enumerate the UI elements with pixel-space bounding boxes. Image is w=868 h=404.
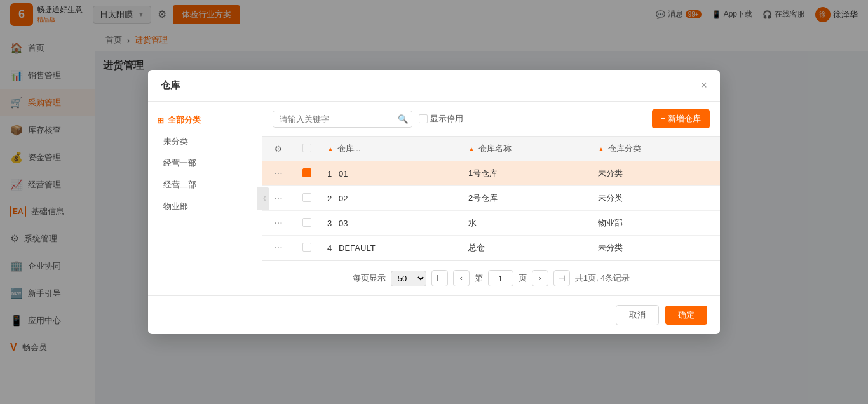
search-button[interactable]: 🔍 [393, 111, 412, 127]
warehouse-table: ⚙ ▲ 仓库... ▲ [262, 137, 720, 260]
row-code: 4 DEFAULT [320, 236, 461, 260]
row-checkbox-cell [294, 236, 320, 260]
row-more-icon[interactable]: ··· [274, 242, 282, 253]
show-disabled-toggle[interactable]: 显示停用 [419, 113, 463, 125]
modal-overlay: 仓库 × ⊞ 全部分类 未分类 经营一部 经营二部 物业部 《 [0, 0, 868, 404]
row-action: ··· [262, 211, 294, 236]
table-header: ⚙ ▲ 仓库... ▲ [262, 137, 720, 161]
row-checkbox[interactable] [302, 243, 311, 252]
row-checkbox-cell [294, 161, 320, 186]
th-settings: ⚙ [262, 137, 294, 161]
select-all-checkbox[interactable] [302, 144, 311, 152]
row-checkbox-cell [294, 211, 320, 236]
row-code: 2 02 [320, 186, 461, 211]
table-panel: 🔍 显示停用 + 新增仓库 ⚙ [262, 102, 720, 295]
first-page-button[interactable]: ⊢ [431, 270, 448, 286]
th-code: ▲ 仓库... [320, 137, 461, 161]
last-page-button[interactable]: ⊣ [553, 270, 570, 286]
page-size-select[interactable]: 50 10 20 100 [391, 271, 426, 286]
page-number-input[interactable] [488, 270, 513, 286]
category-item-ops1[interactable]: 经营一部 [148, 152, 262, 174]
show-disabled-checkbox[interactable] [419, 114, 428, 123]
pagination: 每页显示 50 10 20 100 ⊢ ‹ 第 页 › ⊣ 共1页, 4条记录 [262, 260, 720, 295]
page-info: 共1页, 4条记录 [575, 273, 630, 284]
add-warehouse-button[interactable]: + 新增仓库 [652, 109, 710, 128]
row-name: 2号仓库 [461, 186, 590, 211]
next-page-button[interactable]: › [532, 270, 548, 286]
warehouse-table-wrapper: ⚙ ▲ 仓库... ▲ [262, 137, 720, 260]
modal-footer: 取消 确定 [148, 295, 720, 334]
category-panel: ⊞ 全部分类 未分类 经营一部 经营二部 物业部 《 [148, 102, 262, 295]
category-item-property[interactable]: 物业部 [148, 196, 262, 217]
table-row[interactable]: ··· 3 03 水 物业部 [262, 211, 720, 236]
row-code: 1 01 [320, 161, 461, 186]
modal-body: ⊞ 全部分类 未分类 经营一部 经营二部 物业部 《 🔍 [148, 102, 720, 295]
search-box: 🔍 [273, 111, 412, 128]
row-checkbox-cell [294, 186, 320, 211]
row-category: 未分类 [590, 186, 720, 211]
table-body: ··· 1 01 1号仓库 未分类 ··· 2 02 2号仓库 未分类 ··· [262, 161, 720, 260]
row-category: 未分类 [590, 161, 720, 186]
row-action: ··· [262, 236, 294, 260]
sort-icon: ▲ [598, 145, 604, 152]
row-checkbox[interactable] [302, 218, 311, 227]
modal-header: 仓库 × [148, 70, 720, 102]
row-category: 未分类 [590, 236, 720, 260]
grid-icon: ⊞ [157, 116, 164, 125]
row-code: 3 03 [320, 211, 461, 236]
sort-icon: ▲ [468, 145, 475, 152]
cancel-button[interactable]: 取消 [616, 305, 659, 325]
gear-icon: ⚙ [275, 144, 282, 154]
th-name: ▲ 仓库名称 [461, 137, 590, 161]
table-header-row: ⚙ ▲ 仓库... ▲ [262, 137, 720, 161]
row-name: 1号仓库 [461, 161, 590, 186]
table-row[interactable]: ··· 2 02 2号仓库 未分类 [262, 186, 720, 211]
category-item-ops2[interactable]: 经营二部 [148, 174, 262, 196]
category-all[interactable]: ⊞ 全部分类 [148, 109, 262, 131]
row-name: 水 [461, 211, 590, 236]
category-collapse-button[interactable]: 《 [257, 187, 269, 210]
confirm-button[interactable]: 确定 [665, 306, 707, 325]
table-row[interactable]: ··· 1 01 1号仓库 未分类 [262, 161, 720, 186]
table-row[interactable]: ··· 4 DEFAULT 总仓 未分类 [262, 236, 720, 260]
table-toolbar: 🔍 显示停用 + 新增仓库 [262, 102, 720, 137]
category-item-unclassified[interactable]: 未分类 [148, 131, 262, 152]
row-name: 总仓 [461, 236, 590, 260]
row-checkbox[interactable] [302, 193, 311, 202]
th-checkbox [294, 137, 320, 161]
search-input[interactable] [273, 111, 393, 127]
sort-icon: ▲ [327, 145, 334, 152]
th-category: ▲ 仓库分类 [590, 137, 720, 161]
row-more-icon[interactable]: ··· [274, 217, 282, 228]
row-category: 物业部 [590, 211, 720, 236]
warehouse-modal: 仓库 × ⊞ 全部分类 未分类 经营一部 经营二部 物业部 《 [148, 70, 720, 334]
row-more-icon[interactable]: ··· [274, 192, 282, 203]
row-checkbox[interactable] [302, 168, 311, 177]
row-more-icon[interactable]: ··· [274, 168, 282, 178]
prev-page-button[interactable]: ‹ [453, 270, 470, 286]
row-action: ··· [262, 161, 294, 186]
modal-title: 仓库 [161, 79, 180, 91]
modal-close-button[interactable]: × [700, 79, 707, 92]
